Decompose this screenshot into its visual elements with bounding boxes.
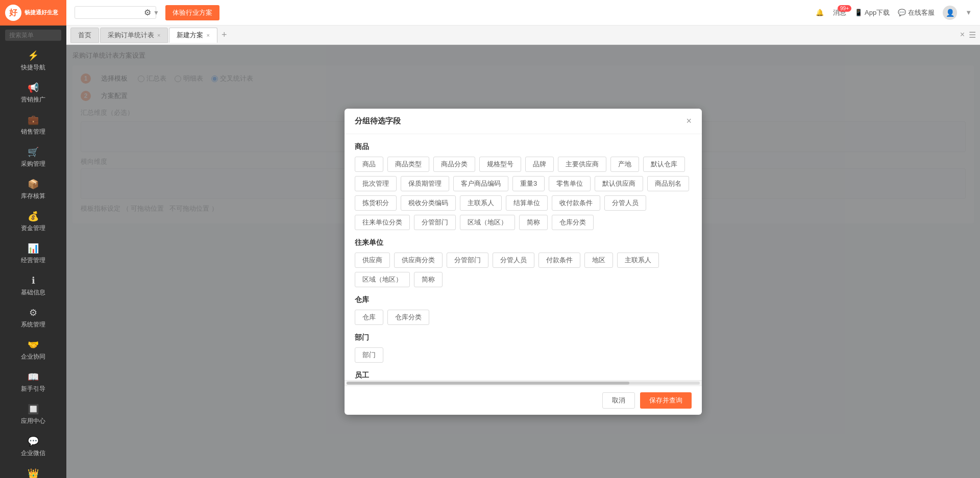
field-tag-商品[interactable]: 商品	[355, 157, 383, 172]
field-tag-重量3[interactable]: 重量3	[512, 176, 545, 191]
experience-plan-button[interactable]: 体验行业方案	[165, 5, 219, 20]
modal-hscroll	[345, 380, 702, 386]
field-tag-默认供应商[interactable]: 默认供应商	[595, 176, 643, 191]
section-title-warehouse: 仓库	[355, 295, 692, 305]
sidebar-item-basic-info[interactable]: ℹ 基础信息	[0, 270, 66, 302]
sidebar-item-app-center[interactable]: 🔲 应用中心	[0, 398, 66, 431]
sidebar-item-label: 销售管理	[21, 128, 45, 136]
sidebar-item-finance[interactable]: 💰 资金管理	[0, 206, 66, 238]
tabbar-close-icon[interactable]: ×	[960, 30, 965, 40]
section-staff: 员工业务员	[355, 371, 692, 380]
sidebar-item-sales[interactable]: 💼 销售管理	[0, 109, 66, 141]
field-tag-分管部门[interactable]: 分管部门	[447, 253, 488, 268]
field-tag-税收分类编码[interactable]: 税收分类编码	[401, 195, 456, 211]
field-tag-仓库[interactable]: 仓库	[355, 310, 383, 325]
field-tag-主联系人[interactable]: 主联系人	[460, 195, 502, 211]
sidebar-item-label: 采购管理	[21, 160, 45, 168]
sidebar-item-inventory[interactable]: 📦 库存核算	[0, 173, 66, 206]
sidebar-item-system[interactable]: ⚙ 系统管理	[0, 302, 66, 334]
tab-new-plan-close[interactable]: ×	[206, 32, 209, 38]
field-tag-客户商品编码[interactable]: 客户商品编码	[453, 176, 508, 191]
modal-title: 分组待选字段	[355, 116, 401, 126]
sidebar-item-label: 库存核算	[21, 192, 45, 200]
field-list-warehouse: 仓库仓库分类	[355, 310, 692, 325]
field-tag-商品分类[interactable]: 商品分类	[433, 157, 475, 172]
field-tag-供应商分类[interactable]: 供应商分类	[394, 253, 443, 268]
search-menu-input[interactable]	[5, 30, 61, 41]
section-title-product: 商品	[355, 142, 692, 152]
field-tag-区域（地区）[interactable]: 区域（地区）	[355, 272, 410, 287]
field-tag-分管人员[interactable]: 分管人员	[604, 195, 646, 211]
main-area: ⚙ ▼ 体验行业方案 🔔 99+ 消息 📱 App下载 💬 在线客服 👤	[66, 0, 980, 478]
field-tag-主联系人[interactable]: 主联系人	[617, 253, 659, 268]
field-tag-分管部门[interactable]: 分管部门	[414, 215, 456, 230]
notification-area[interactable]: 🔔 99+ 消息	[816, 8, 846, 17]
service-icon: 💬	[898, 9, 906, 16]
tab-home[interactable]: 首页	[70, 28, 99, 43]
field-tag-分管人员[interactable]: 分管人员	[493, 253, 534, 268]
field-tag-主要供应商[interactable]: 主要供应商	[558, 157, 606, 172]
tab-new-plan-label: 新建方案	[177, 31, 203, 40]
field-tag-简称[interactable]: 简称	[414, 272, 443, 287]
app-name: 畅捷通好生意	[24, 9, 58, 16]
field-tag-商品别名[interactable]: 商品别名	[647, 176, 689, 191]
field-tag-产地[interactable]: 产地	[610, 157, 639, 172]
field-tag-供应商[interactable]: 供应商	[355, 253, 390, 268]
sidebar-item-quick-nav[interactable]: ⚡ 快捷导航	[0, 45, 66, 77]
field-tag-默认仓库[interactable]: 默认仓库	[643, 157, 685, 172]
section-title-department: 部门	[355, 333, 692, 342]
field-tag-往来单位分类[interactable]: 往来单位分类	[355, 215, 410, 230]
field-tag-仓库分类[interactable]: 仓库分类	[387, 310, 429, 325]
logo-icon: 好	[5, 5, 21, 21]
field-tag-结算单位[interactable]: 结算单位	[506, 195, 548, 211]
field-tag-品牌[interactable]: 品牌	[525, 157, 554, 172]
field-list-department: 部门	[355, 347, 692, 363]
field-list-product: 商品商品类型商品分类规格型号品牌主要供应商产地默认仓库批次管理保质期管理客户商品…	[355, 157, 692, 230]
sidebar-item-label: 营销推广	[21, 95, 45, 104]
sidebar-item-purchase[interactable]: 🛒 采购管理	[0, 141, 66, 173]
tabbar-menu-icon[interactable]: ☰	[969, 30, 976, 40]
topbar-right: 🔔 99+ 消息 📱 App下载 💬 在线客服 👤 ▼	[816, 6, 972, 20]
tab-purchase-close[interactable]: ×	[157, 32, 160, 38]
user-avatar[interactable]: 👤	[943, 6, 957, 20]
quick-nav-icon: ⚡	[28, 50, 39, 61]
field-tag-地区[interactable]: 地区	[584, 253, 613, 268]
sidebar-item-label: 企业协同	[21, 353, 45, 361]
sidebar-item-collab[interactable]: 🤝 企业协同	[0, 334, 66, 366]
section-warehouse: 仓库仓库仓库分类	[355, 295, 692, 325]
field-tag-付款条件[interactable]: 付款条件	[538, 253, 580, 268]
tab-add-button[interactable]: +	[218, 30, 230, 40]
sidebar-item-wechat[interactable]: 💬 企业微信	[0, 431, 66, 463]
topbar-gear-button[interactable]: ⚙	[144, 8, 151, 17]
finance-icon: 💰	[28, 211, 39, 222]
field-tag-拣货积分[interactable]: 拣货积分	[355, 195, 397, 211]
field-tag-规格型号[interactable]: 规格型号	[479, 157, 521, 172]
field-tag-商品类型[interactable]: 商品类型	[387, 157, 429, 172]
sidebar-item-operations[interactable]: 📊 经营管理	[0, 238, 66, 270]
field-tag-简称[interactable]: 简称	[519, 215, 548, 230]
field-tag-收付款条件[interactable]: 收付款条件	[552, 195, 600, 211]
sidebar-item-marketing[interactable]: 📢 营销推广	[0, 77, 66, 109]
guide-icon: 📖	[28, 371, 39, 383]
vip-icon: 👑	[28, 468, 39, 478]
field-tag-部门[interactable]: 部门	[355, 347, 383, 363]
section-product: 商品商品商品类型商品分类规格型号品牌主要供应商产地默认仓库批次管理保质期管理客户…	[355, 142, 692, 230]
app-download-area[interactable]: 📱 App下载	[854, 8, 890, 17]
cancel-button[interactable]: 取消	[602, 392, 635, 409]
field-tag-批次管理[interactable]: 批次管理	[355, 176, 397, 191]
section-department: 部门部门	[355, 333, 692, 363]
tab-new-plan[interactable]: 新建方案 ×	[169, 28, 217, 43]
field-tag-区域（地区）[interactable]: 区域（地区）	[460, 215, 515, 230]
tab-purchase-order[interactable]: 采购订单统计表 ×	[100, 28, 168, 43]
online-service-area[interactable]: 💬 在线客服	[898, 8, 935, 17]
field-tag-零售单位[interactable]: 零售单位	[549, 176, 591, 191]
modal-body[interactable]: 商品商品商品类型商品分类规格型号品牌主要供应商产地默认仓库批次管理保质期管理客户…	[345, 134, 702, 380]
sidebar-item-guide[interactable]: 📖 新手引导	[0, 366, 66, 398]
field-tag-仓库分类[interactable]: 仓库分类	[552, 215, 594, 230]
field-tag-保质期管理[interactable]: 保质期管理	[401, 176, 449, 191]
section-partner: 往来单位供应商供应商分类分管部门分管人员付款条件地区主联系人区域（地区）简称	[355, 238, 692, 287]
sidebar-item-vip[interactable]: 👑 畅会员	[0, 463, 66, 478]
save-query-button[interactable]: 保存并查询	[640, 392, 692, 409]
topbar-arrow-icon: ▼	[965, 9, 972, 16]
modal-close-button[interactable]: ×	[686, 116, 692, 127]
